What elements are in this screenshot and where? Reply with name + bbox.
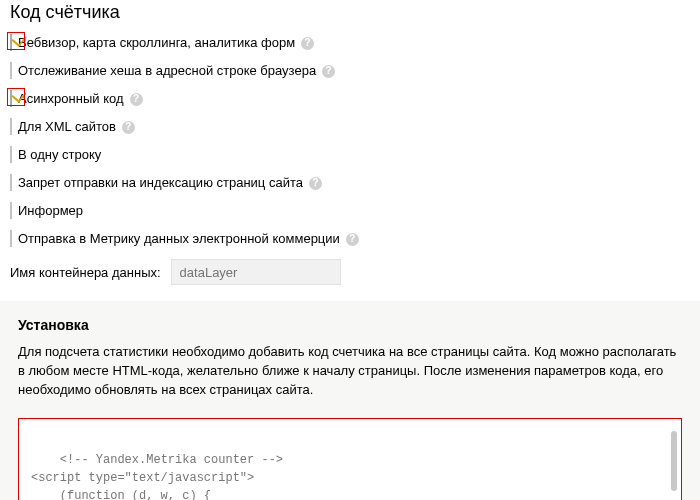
help-icon[interactable]: ? <box>322 65 335 78</box>
option-row: Вебвизор, карта скроллинга, аналитика фо… <box>10 35 690 51</box>
option-checkbox[interactable] <box>10 34 12 51</box>
container-name-label: Имя контейнера данных: <box>10 265 161 280</box>
help-icon[interactable]: ? <box>130 93 143 106</box>
option-label: Отслеживание хеша в адресной строке брау… <box>18 63 316 79</box>
option-row: Отправка в Метрику данных электронной ко… <box>10 231 690 247</box>
option-label: Вебвизор, карта скроллинга, аналитика фо… <box>18 35 295 51</box>
option-label: Отправка в Метрику данных электронной ко… <box>18 231 340 247</box>
help-icon[interactable]: ? <box>346 233 359 246</box>
counter-code-box[interactable]: <!-- Yandex.Metrika counter --> <script … <box>18 418 682 500</box>
option-checkbox[interactable] <box>10 118 12 135</box>
option-checkbox[interactable] <box>10 230 12 247</box>
page-title: Код счётчика <box>10 2 690 23</box>
option-row: Запрет отправки на индексацию страниц са… <box>10 175 690 191</box>
option-row: Отслеживание хеша в адресной строке брау… <box>10 63 690 79</box>
option-label: Асинхронный код <box>18 91 124 107</box>
option-row: Информер <box>10 203 690 219</box>
option-label: Для XML сайтов <box>18 119 116 135</box>
option-checkbox[interactable] <box>10 202 12 219</box>
help-icon[interactable]: ? <box>122 121 135 134</box>
option-label: Запрет отправки на индексацию страниц са… <box>18 175 303 191</box>
option-row: Для XML сайтов? <box>10 119 690 135</box>
option-label: Информер <box>18 203 83 219</box>
install-description: Для подсчета статистики необходимо добав… <box>18 343 682 400</box>
option-checkbox[interactable] <box>10 146 12 163</box>
help-icon[interactable]: ? <box>301 37 314 50</box>
help-icon[interactable]: ? <box>309 177 322 190</box>
counter-code-text: <!-- Yandex.Metrika counter --> <script … <box>31 453 355 500</box>
option-checkbox[interactable] <box>10 174 12 191</box>
code-scrollbar[interactable] <box>671 431 677 491</box>
option-label: В одну строку <box>18 147 101 163</box>
option-checkbox[interactable] <box>10 90 12 107</box>
option-row: В одну строку <box>10 147 690 163</box>
option-checkbox[interactable] <box>10 62 12 79</box>
install-block: Установка Для подсчета статистики необхо… <box>0 301 700 500</box>
install-title: Установка <box>18 317 682 333</box>
container-name-input[interactable] <box>171 259 341 285</box>
option-row: Асинхронный код? <box>10 91 690 107</box>
container-name-row: Имя контейнера данных: <box>10 259 690 285</box>
